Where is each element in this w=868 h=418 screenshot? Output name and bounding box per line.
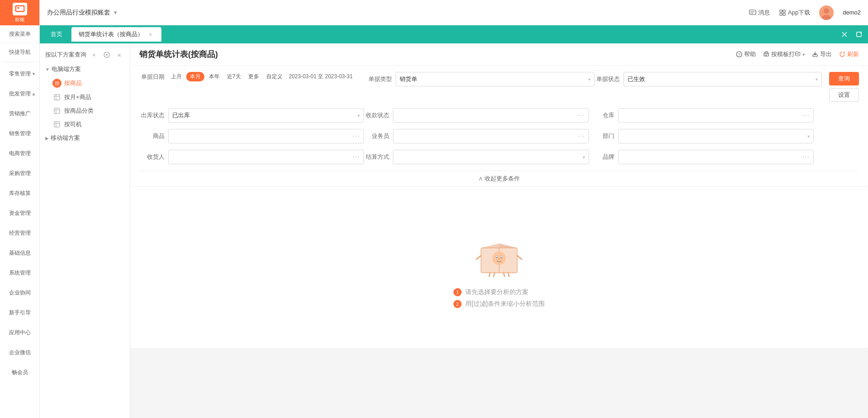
type-select[interactable]: 销货单 ▾ [396,72,594,86]
department-arrow: ▾ [807,134,810,139]
plan-item-by-cashier[interactable]: 按司机 [40,118,130,131]
sidebar-item-member[interactable]: 畅会员 [0,362,40,382]
tab-maximize-btn[interactable] [854,29,864,40]
desktop-expand-icon: ▼ [45,67,50,72]
type-dropdown-arrow: ▾ [588,77,590,82]
shortcut-more[interactable]: 更多 [245,72,262,81]
empty-tip-1: 1 请先选择要分析的方案 [453,288,545,296]
app-logo[interactable]: 标账 [0,0,40,25]
plan-item-by-product[interactable]: 按 按商品 [40,76,130,90]
plan-item-by-month-product[interactable]: 按月+商品 [40,90,130,104]
tab-sales-stats[interactable]: 销货单统计表（按商品） × [71,27,161,42]
payment-method-label: 结算方式 [364,153,389,161]
sidebar-item-operations[interactable]: 经营管理 [0,223,40,243]
mobile-group-header[interactable]: ▶ 移动端方案 [40,131,130,145]
messages-btn[interactable]: 消息 [749,9,770,17]
sidebar-item-retail[interactable]: 零售管理 ▼ [0,64,40,84]
template-print-btn[interactable]: 按模板打印 ▾ [763,50,805,58]
salesperson-dots: ··· [577,132,585,140]
filter-out-status: 出库状态 已出库 ▾ [139,108,364,123]
tip-number-2: 2 [453,300,462,308]
salesperson-input[interactable]: ··· [393,129,589,143]
status-select[interactable]: 已生效 ▾ [623,72,822,86]
sidebar-item-basic-label: 基础信息 [9,249,31,257]
sidebar-item-finance[interactable]: 资金管理 [0,203,40,223]
sidebar-item-system-label: 系统管理 [9,269,31,277]
plan-month-icon [52,94,61,101]
user-name[interactable]: demo2 [843,9,861,16]
tab-minimize-btn[interactable] [839,29,850,40]
sidebar-item-wechat[interactable]: 企业微信 [0,342,40,362]
shortcut-this-month[interactable]: 本月 [186,72,204,81]
status-value: 已生效 [627,75,645,83]
shortcut-7days[interactable]: 近7天 [224,72,244,81]
shortcut-last-month[interactable]: 上月 [168,72,184,81]
page-title: 销货单统计表(按商品) [139,49,218,60]
svg-rect-2 [17,7,19,9]
sidebar-item-ecommerce[interactable]: 电商管理 [0,143,40,163]
left-panel-title: 按以下方案查询 [45,51,86,59]
sidebar-item-sales[interactable]: 销售管理 [0,124,40,143]
left-panel-icons: + « [89,50,124,60]
payment-method-select[interactable]: ▾ [393,150,589,164]
filter-type: 单据类型 销货单 ▾ [367,72,594,86]
add-plan-btn[interactable]: + [89,50,99,60]
expand-icon: ▼ [32,71,36,76]
settings-btn[interactable]: 设置 [829,88,859,102]
sidebar-item-purchase[interactable]: 采购管理 [0,163,40,183]
empty-tip-2: 2 用[过滤]条件来缩小分析范围 [453,300,545,308]
app-download-icon [779,9,786,16]
product-label: 商品 [139,132,165,140]
sidebar-item-basic[interactable]: 基础信息 [0,243,40,263]
plan-item-by-category[interactable]: 按商品分类 [40,104,130,118]
help-btn[interactable]: ? 帮助 [736,50,756,58]
app-title: 办公用品行业模拟账套 [47,9,110,17]
brand-input[interactable]: ··· [618,150,814,164]
sidebar: 标账 搜索菜单 快捷导航 零售管理 ▼ 批发管理 ▲ 营销推广 销售管理 电商管… [0,0,40,418]
topbar-left: 办公用品行业模拟账套 ▾ [47,9,117,17]
topbar-right: 消息 App下载 demo2 [749,5,861,20]
warehouse-select[interactable]: ··· [618,108,814,123]
payment-status-select[interactable]: ··· [393,108,589,123]
recipient-input[interactable]: ··· [168,150,364,164]
sidebar-item-inventory[interactable]: 库存核算 [0,183,40,203]
out-status-select[interactable]: 已出库 ▾ [168,108,364,123]
svg-point-44 [496,257,497,258]
template-print-dropdown[interactable]: ▾ [802,52,805,57]
collapse-panel-btn[interactable]: « [114,50,124,60]
shortcut-custom[interactable]: 自定义 [264,72,285,81]
tabbar: 首页 销货单统计表（按商品） × [40,25,868,43]
department-select[interactable]: ▾ [618,129,814,143]
sidebar-item-marketing[interactable]: 营销推广 [0,104,40,124]
user-avatar[interactable] [819,5,834,20]
sidebar-item-operations-label: 经营管理 [9,229,31,237]
title-dropdown-icon[interactable]: ▾ [114,9,117,16]
desktop-group-header[interactable]: ▼ 电脑端方案 [40,62,130,76]
messages-label: 消息 [758,9,770,17]
export-btn[interactable]: 导出 [812,50,832,58]
app-download-btn[interactable]: App下载 [779,9,810,17]
product-input[interactable]: ··· [168,129,364,143]
out-status-label: 出库状态 [139,111,165,119]
svg-line-47 [489,273,490,276]
refresh-btn[interactable]: 刷新 [839,50,859,58]
sidebar-item-system[interactable]: 系统管理 [0,263,40,283]
shortcut-this-year[interactable]: 本年 [206,72,222,81]
status-dropdown-arrow: ▾ [816,77,818,82]
topbar: 办公用品行业模拟账套 ▾ 消息 App下载 demo2 [40,0,868,25]
edit-plan-btn[interactable] [102,50,112,60]
collapse-filters-btn[interactable]: ∧ 收起更多条件 [139,171,859,186]
tab-home[interactable]: 首页 [43,27,70,42]
sidebar-item-enterprise[interactable]: 企业协同 [0,283,40,303]
quick-nav[interactable]: 快捷导航 [0,43,40,62]
query-btn[interactable]: 查询 [829,72,859,86]
export-label: 导出 [820,50,832,58]
sidebar-item-wholesale[interactable]: 批发管理 ▲ [0,84,40,104]
page-header: 销货单统计表(按商品) ? 帮助 按模板打印 ▾ 导出 [130,43,868,66]
search-menu[interactable]: 搜索菜单 [0,25,40,43]
sidebar-item-guide[interactable]: 新手引导 [0,303,40,323]
tab-close-btn[interactable]: × [147,31,154,38]
logo-text: 标账 [15,16,25,23]
svg-rect-21 [54,95,60,100]
sidebar-item-apps[interactable]: 应用中心 [0,323,40,342]
